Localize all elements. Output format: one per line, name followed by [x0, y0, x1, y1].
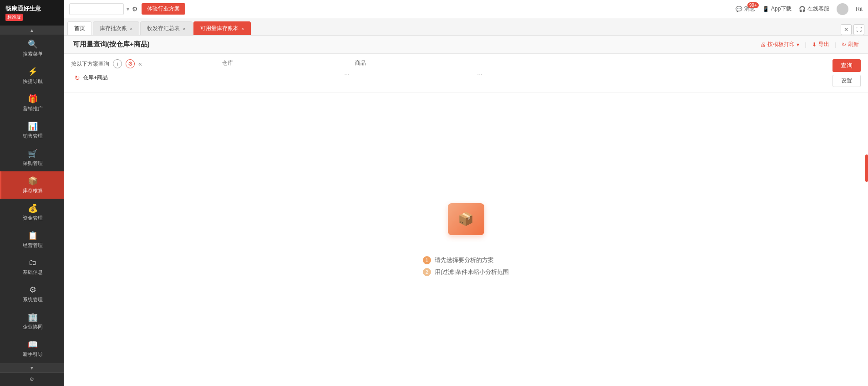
- marketing-icon: 🎁: [28, 94, 38, 104]
- hint-row-1: 1 请先选择要分析的方案: [423, 256, 494, 264]
- user-avatar[interactable]: [837, 3, 848, 15]
- tab-home[interactable]: 首页: [67, 21, 92, 35]
- filter-collapse-btn[interactable]: «: [138, 60, 142, 67]
- empty-box-face: 📦: [458, 211, 474, 226]
- filter-actions: 查询 设置: [832, 59, 861, 87]
- filter-field-warehouse: 仓库 ···: [222, 59, 350, 80]
- sidebar-item-finance[interactable]: 💰 资金管理: [0, 199, 64, 226]
- username[interactable]: Rit: [856, 6, 863, 12]
- online-service-btn[interactable]: 🎧 在线客服: [799, 5, 829, 13]
- app-name: 畅康通好生意: [5, 5, 41, 13]
- sidebar-item-search[interactable]: 🔍 搜索菜单: [0, 35, 64, 62]
- app-download-label: App下载: [771, 5, 792, 13]
- sidebar-item-enterprise[interactable]: 🏢 企业协同: [0, 308, 64, 335]
- sidebar-item-marketing[interactable]: 🎁 营销推广: [0, 89, 64, 117]
- sidebar: 畅康通好生意 标准版 ▲ 🔍 搜索菜单 ⚡ 快捷导航 🎁 营销推广 📊 销售管理…: [0, 0, 64, 386]
- refresh-label: 刷新: [848, 41, 859, 48]
- refresh-icon: ↻: [842, 41, 846, 48]
- hint-num-1: 1: [423, 256, 431, 264]
- topbar-search-input[interactable]: [69, 3, 124, 15]
- hint-text-2: 用[过滤]条件来缩小分析范围: [435, 268, 509, 276]
- operations-icon: 📋: [28, 231, 38, 241]
- expand-icon: ⛶: [856, 26, 862, 33]
- sidebar-item-operations[interactable]: 📋 经营管理: [0, 226, 64, 253]
- filter-add-btn[interactable]: +: [113, 59, 122, 68]
- tab-available-close[interactable]: ×: [241, 26, 244, 31]
- message-badge: 99+: [747, 2, 759, 8]
- message-btn[interactable]: 💬 消息 99+: [736, 5, 755, 13]
- filter-settings-btn[interactable]: 设置: [832, 75, 861, 87]
- tab-home-label: 首页: [74, 25, 85, 32]
- purchase-icon: 🛒: [28, 149, 38, 159]
- sidebar-settings[interactable]: ⚙: [0, 372, 64, 386]
- finance-icon: 💰: [28, 203, 38, 213]
- sidebar-item-system[interactable]: ⚙ 系统管理: [0, 280, 64, 308]
- empty-box: 📦: [448, 203, 484, 235]
- tab-close-btn[interactable]: ✕: [841, 24, 852, 35]
- goods-input[interactable]: [355, 71, 475, 77]
- sep1: |: [805, 41, 806, 48]
- export-btn[interactable]: ⬇ 导出: [812, 41, 829, 48]
- filter-option-icon: ↻: [75, 74, 80, 82]
- filter-right: 仓库 ··· 商品 ···: [222, 59, 827, 80]
- sidebar-label-system: 系统管理: [23, 296, 43, 303]
- sidebar-scroll-down[interactable]: ▼: [0, 363, 64, 372]
- print-btn[interactable]: 🖨 按模板打印 ▾: [760, 41, 799, 48]
- print-icon: 🖨: [760, 41, 766, 48]
- filter-title-row: 按以下方案查询 + ⚙ «: [71, 59, 217, 68]
- tab-summary[interactable]: 收发存汇总表 ×: [140, 21, 192, 35]
- sidebar-scroll-up[interactable]: ▲: [0, 26, 64, 35]
- guide-icon: 📖: [28, 340, 38, 350]
- warehouse-dots[interactable]: ···: [344, 71, 350, 78]
- topbar-dropdown-icon[interactable]: ▾: [127, 6, 129, 12]
- tab-batch[interactable]: 库存批次账 ×: [93, 21, 139, 35]
- sidebar-label-marketing: 营销推广: [23, 105, 43, 112]
- industry-btn[interactable]: 体验行业方案: [142, 3, 185, 15]
- query-btn[interactable]: 查询: [832, 59, 861, 72]
- page-header: 可用量查询(按仓库+商品) 🖨 按模板打印 ▾ | ⬇ 导出 | ↻ 刷新: [64, 36, 868, 54]
- tab-expand-btn[interactable]: ⛶: [853, 24, 864, 35]
- gear-small-icon: ⚙: [128, 61, 133, 67]
- sidebar-item-sales[interactable]: 📊 销售管理: [0, 117, 64, 144]
- shortcut-icon: ⚡: [28, 67, 38, 77]
- service-label: 在线客服: [807, 5, 829, 13]
- refresh-btn[interactable]: ↻ 刷新: [842, 41, 859, 48]
- sidebar-label-enterprise: 企业协同: [23, 324, 43, 330]
- page-content: 可用量查询(按仓库+商品) 🖨 按模板打印 ▾ | ⬇ 导出 | ↻ 刷新: [64, 36, 868, 386]
- topbar-right: 💬 消息 99+ 📱 App下载 🎧 在线客服 Rit: [736, 3, 863, 15]
- tab-batch-close[interactable]: ×: [130, 26, 132, 31]
- app-download-btn[interactable]: 📱 App下载: [762, 5, 792, 13]
- filter-gear-btn[interactable]: ⚙: [126, 59, 135, 68]
- inventory-icon: 📦: [28, 176, 38, 186]
- sidebar-item-inventory[interactable]: 📦 库存核算: [0, 171, 64, 199]
- sidebar-item-shortcut[interactable]: ⚡ 快捷导航: [0, 62, 64, 89]
- topbar-gear-icon[interactable]: ⚙: [132, 5, 138, 13]
- warehouse-input[interactable]: [222, 71, 342, 77]
- tabbar-right: ✕ ⛶: [841, 24, 864, 35]
- print-chevron-icon: ▾: [797, 41, 799, 48]
- right-scrollbar[interactable]: [865, 154, 868, 182]
- sidebar-logo: 畅康通好生意 标准版: [0, 0, 64, 26]
- sidebar-label-operations: 经营管理: [23, 242, 43, 249]
- sidebar-label-finance: 资金管理: [23, 215, 43, 221]
- system-icon: ⚙: [29, 285, 36, 295]
- tab-available[interactable]: 可用量库存账本 ×: [193, 21, 251, 35]
- print-label: 按模板打印: [767, 41, 795, 48]
- tab-batch-label: 库存批次账: [100, 25, 127, 32]
- app-version: 标准版: [5, 14, 23, 21]
- headset-icon: 🎧: [799, 6, 806, 12]
- hint-num-2: 2: [423, 268, 431, 276]
- sidebar-label-basic: 基础信息: [23, 269, 43, 276]
- enterprise-icon: 🏢: [28, 312, 38, 322]
- sep2: |: [835, 41, 836, 48]
- filter-left: 按以下方案查询 + ⚙ « ↻ 仓库+商品: [71, 59, 217, 83]
- empty-visual: 📦: [439, 203, 493, 249]
- phone-icon: 📱: [762, 6, 769, 12]
- sidebar-item-basic[interactable]: 🗂 基础信息: [0, 253, 64, 280]
- sidebar-item-purchase[interactable]: 🛒 采购管理: [0, 144, 64, 171]
- filter-option-warehouse-goods[interactable]: ↻ 仓库+商品: [71, 72, 217, 83]
- goods-dots[interactable]: ···: [477, 71, 482, 78]
- tab-summary-close[interactable]: ×: [183, 26, 185, 31]
- sidebar-label-guide: 新手引导: [23, 351, 43, 358]
- sidebar-item-guide[interactable]: 📖 新手引导: [0, 335, 64, 362]
